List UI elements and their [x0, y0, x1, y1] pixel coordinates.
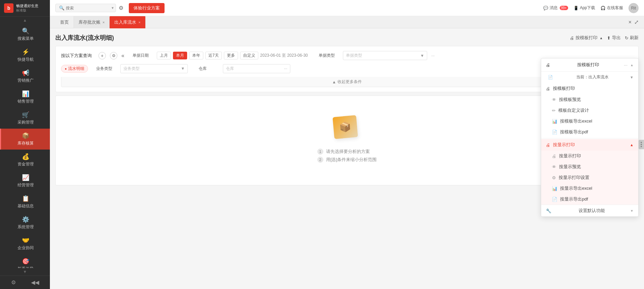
- export-btn[interactable]: ⬆ 导出: [607, 35, 621, 41]
- date-btn-custom[interactable]: 自定义: [240, 52, 258, 59]
- print-template-btn[interactable]: 🖨 按模板打印 ▲: [570, 35, 603, 41]
- export-label: 导出: [612, 35, 621, 41]
- display-print-label: 按显示打印: [559, 153, 581, 159]
- sidebar-settings-btn[interactable]: ⚙: [11, 279, 16, 286]
- tab-close-all-btn[interactable]: ×: [628, 19, 632, 25]
- sidebar-logo: b 畅捷通好生意 标准版: [0, 0, 50, 17]
- tab-maximize-btn[interactable]: ⤢: [634, 19, 639, 25]
- chevron-down-icon: ▼: [630, 75, 634, 79]
- sidebar-collapse-btn[interactable]: ◀◀: [31, 279, 39, 286]
- sidebar-item-operation[interactable]: 📈 经营管理: [0, 170, 50, 191]
- dropdown-header: 🖨 按模板打印 ··· ▲: [541, 58, 638, 72]
- tab-batch-ledger-label: 库存批次账: [79, 19, 100, 25]
- sidebar-item-purchase[interactable]: 🛒 采购管理: [0, 108, 50, 129]
- filter-add-btn[interactable]: +: [98, 52, 106, 59]
- sidebar-item-guide[interactable]: 🎯 新手引导: [0, 254, 50, 268]
- tab-batch-ledger-close[interactable]: ×: [103, 20, 105, 24]
- sidebar-item-label: 采购管理: [18, 120, 34, 125]
- right-edge-toggle[interactable]: [639, 140, 644, 149]
- refresh-icon: ↻: [625, 35, 628, 41]
- display-preview-item[interactable]: 👁 按显示预览: [541, 161, 638, 172]
- date-btn-more[interactable]: 更多: [224, 52, 238, 59]
- tab-bar: 首页 库存批次账 × 出入库流水 × × ⤢: [50, 16, 644, 28]
- warehouse-select[interactable]: 仓库 ···: [223, 64, 290, 73]
- search-icon: 🔍: [59, 5, 64, 10]
- refresh-btn[interactable]: ↻ 刷新: [625, 35, 639, 41]
- template-preview-label: 按模板预览: [559, 97, 581, 103]
- app-logo-icon: b: [4, 3, 13, 13]
- display-export-excel-label: 按显示导出excel: [560, 185, 592, 191]
- sidebar-item-quick-nav[interactable]: ⚡ 快捷导航: [0, 45, 50, 66]
- current-label: 当前：出入库流水: [576, 74, 609, 80]
- active-filter-tag[interactable]: ● 流水明细: [61, 65, 88, 73]
- date-btn-this-month[interactable]: 本月: [173, 52, 187, 59]
- empty-step-1: 1 请先选择要分析的方案: [317, 149, 377, 155]
- dropdown-header-icon: 🖨: [546, 62, 550, 68]
- display-print-section: 🖨 按显示打印 ▲ 🖨 按显示打印 👁 按显示预览 ⚙ 按显示打印设置: [541, 139, 638, 205]
- template-export-pdf-item[interactable]: 📄 按模板导出pdf: [541, 127, 638, 137]
- excel-icon: 📊: [552, 119, 557, 124]
- topbar-settings-icon[interactable]: ⚙: [119, 5, 123, 11]
- tab-bar-actions: × ⤢: [628, 19, 639, 25]
- more-dots-warehouse[interactable]: ···: [284, 66, 287, 71]
- display-print-settings-item[interactable]: ⚙ 按显示打印设置: [541, 172, 638, 183]
- template-customize-label: 模板自定义设计: [558, 107, 589, 113]
- tab-batch-ledger[interactable]: 库存批次账 ×: [74, 16, 110, 28]
- sidebar-item-search[interactable]: 🔍 搜索菜单: [0, 24, 50, 45]
- tab-stock-flow[interactable]: 出入库流水 ×: [110, 16, 145, 28]
- app-download-label: App下载: [580, 5, 595, 11]
- refresh-label: 刷新: [630, 35, 639, 41]
- tab-stock-flow-close[interactable]: ×: [138, 20, 140, 24]
- empty-icon: 📦: [333, 116, 360, 143]
- more-dots-icon[interactable]: ···: [624, 62, 627, 68]
- sidebar-item-label: 销售管理: [18, 99, 34, 104]
- date-btn-7days[interactable]: 近7天: [205, 52, 222, 59]
- more-dots[interactable]: ···: [431, 53, 435, 58]
- display-export-excel-item[interactable]: 📊 按显示导出excel: [541, 183, 638, 194]
- sidebar-item-finance[interactable]: 💰 资金管理: [0, 150, 50, 170]
- sidebar-item-inventory[interactable]: 📦 库存核算: [0, 129, 50, 150]
- user-avatar[interactable]: Rit: [628, 3, 639, 13]
- business-type-select[interactable]: 业务类型 ▼: [120, 64, 188, 73]
- filter-title: 按以下方案查询: [61, 53, 92, 59]
- sidebar-item-enterprise[interactable]: 🤝 企业协同: [0, 233, 50, 254]
- message-btn[interactable]: 💬 消息 99+: [543, 5, 568, 11]
- sidebar-item-sales[interactable]: 📊 销售管理: [0, 87, 50, 108]
- current-template-row[interactable]: 📄 当前：出入库流水 ▼: [541, 72, 638, 83]
- sidebar-item-basic[interactable]: 📋 基础信息: [0, 191, 50, 212]
- printer-icon: 🖨: [552, 154, 556, 159]
- template-export-excel-item[interactable]: 📊 按模板导出excel: [541, 116, 638, 127]
- sidebar-item-label: 资金管理: [18, 161, 34, 167]
- message-icon: 💬: [543, 6, 548, 10]
- tab-home-label: 首页: [60, 19, 69, 25]
- display-print-item[interactable]: 🖨 按显示打印: [541, 151, 638, 161]
- dropdown-footer[interactable]: 🔧 设置默认功能 ▼: [541, 205, 638, 216]
- app-download-btn[interactable]: 📱 App下载: [574, 5, 595, 11]
- display-export-pdf-item[interactable]: 📄 按显示导出pdf: [541, 194, 638, 205]
- chevron-up-icon[interactable]: ▲: [630, 63, 634, 67]
- template-preview-item[interactable]: 👁 按模板预览: [541, 94, 638, 105]
- voucher-type-select[interactable]: 单据类型 ▼: [343, 51, 427, 60]
- sidebar-item-label: 营销推广: [18, 78, 34, 83]
- marketing-icon: 📢: [22, 69, 29, 77]
- sidebar-item-marketing[interactable]: 📢 营销推广: [0, 66, 50, 87]
- search-input[interactable]: [66, 6, 110, 10]
- trial-btn[interactable]: 体验行业方案: [129, 3, 165, 13]
- display-print-section-header[interactable]: 🖨 按显示打印 ▲: [541, 139, 638, 151]
- template-print-section[interactable]: 🖨 按模板打印: [541, 83, 638, 94]
- sidebar-scroll-up[interactable]: ▲: [0, 17, 50, 24]
- filter-collapse-btn[interactable]: «: [121, 53, 124, 59]
- step-num-1: 1: [317, 149, 323, 155]
- filter-gear-btn[interactable]: ⚙: [110, 52, 117, 59]
- sidebar-item-system[interactable]: ⚙️ 系统管理: [0, 212, 50, 233]
- topbar-search-box[interactable]: 🔍 ▼: [55, 4, 116, 12]
- date-btn-this-year[interactable]: 本年: [189, 52, 203, 59]
- tab-home[interactable]: 首页: [55, 16, 74, 28]
- empty-step-2: 2 用[选]条件来缩小分析范围: [317, 157, 377, 163]
- template-customize-item[interactable]: ✏ 模板自定义设计: [541, 105, 638, 116]
- date-btn-last-month[interactable]: 上月: [157, 52, 171, 59]
- template-icon: 📄: [548, 75, 553, 80]
- system-icon: ⚙️: [22, 216, 29, 223]
- online-service-btn[interactable]: 🎧 在线客服: [601, 5, 623, 11]
- sidebar-scroll-down[interactable]: ▼: [0, 268, 50, 275]
